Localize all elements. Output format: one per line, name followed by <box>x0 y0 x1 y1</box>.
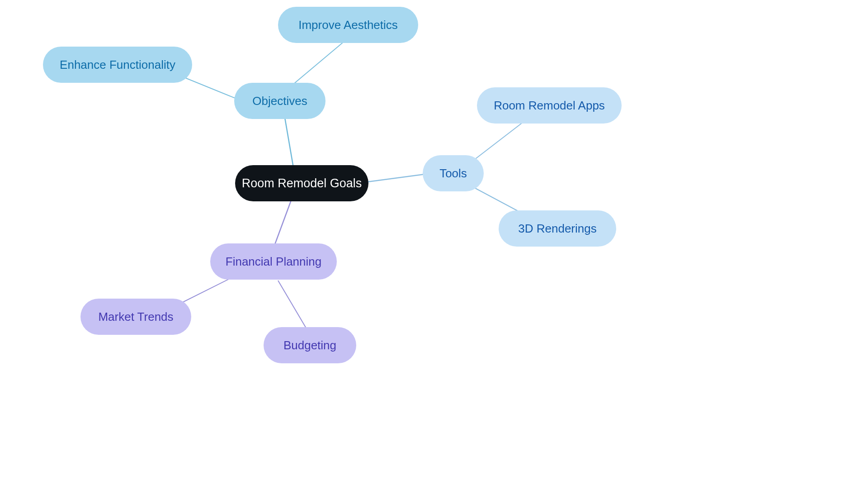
svg-line-8 <box>278 281 307 330</box>
node-financial-label: Financial Planning <box>226 255 321 269</box>
node-3d-renderings[interactable]: 3D Renderings <box>499 210 616 247</box>
node-financial-planning[interactable]: Financial Planning <box>210 243 337 280</box>
svg-line-2 <box>275 199 292 244</box>
node-objectives[interactable]: Objectives <box>234 83 326 119</box>
mindmap-canvas: Room Remodel Goals Objectives Enhance Fu… <box>0 0 868 490</box>
node-enhance-functionality[interactable]: Enhance Functionality <box>43 47 192 83</box>
node-renderings-label: 3D Renderings <box>518 222 596 236</box>
node-improve-label: Improve Aesthetics <box>298 18 398 32</box>
node-enhance-label: Enhance Functionality <box>60 58 175 72</box>
root-label: Room Remodel Goals <box>242 176 362 190</box>
node-trends-label: Market Trends <box>98 310 173 324</box>
svg-line-5 <box>470 118 529 163</box>
node-market-trends[interactable]: Market Trends <box>80 299 191 335</box>
node-improve-aesthetics[interactable]: Improve Aesthetics <box>278 7 418 43</box>
node-tools[interactable]: Tools <box>423 155 484 191</box>
node-apps-label: Room Remodel Apps <box>494 99 605 113</box>
root-node[interactable]: Room Remodel Goals <box>235 165 368 201</box>
node-tools-label: Tools <box>439 167 467 181</box>
svg-line-4 <box>294 36 350 84</box>
node-room-remodel-apps[interactable]: Room Remodel Apps <box>477 87 622 124</box>
node-objectives-label: Objectives <box>252 94 307 108</box>
node-budgeting-label: Budgeting <box>283 338 336 352</box>
node-budgeting[interactable]: Budgeting <box>264 327 356 363</box>
